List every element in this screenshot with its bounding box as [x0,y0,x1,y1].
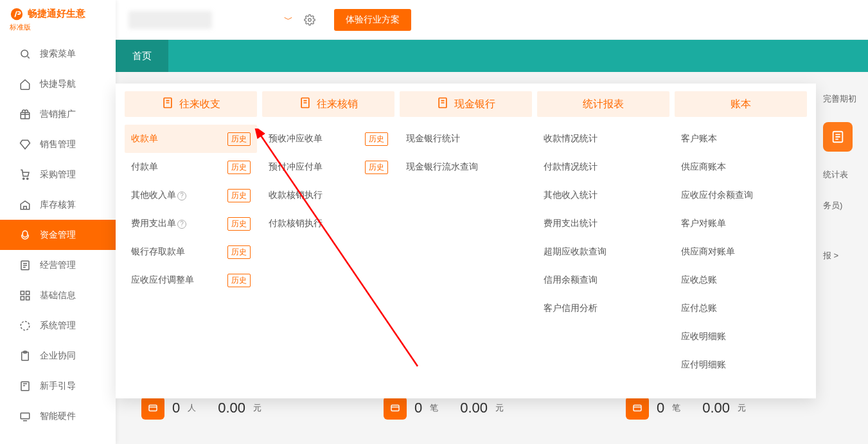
flyout-menu-item[interactable]: 客户账本 [675,125,807,153]
history-tag[interactable]: 历史 [227,132,251,146]
flyout-menu-item[interactable]: 收款情况统计 [537,125,669,153]
flyout-menu-item[interactable]: 预收冲应收单历史 [262,125,394,153]
flyout-menu-item[interactable]: 应收应付余额查询 [675,181,807,209]
flyout-menu-item[interactable]: 应收应付调整单历史 [125,266,257,294]
flyout-item-label: 费用支出统计 [544,218,598,229]
flyout-menu-item[interactable]: 其他收入统计 [537,181,669,209]
brand-logo-icon [10,7,24,21]
flyout-item-label: 其他收入统计 [544,190,598,201]
sidebar-item-sales[interactable]: 销售管理 [0,129,116,159]
doc-icon[interactable] [823,122,853,152]
stat-icon [384,396,407,420]
flyout-menu-item[interactable]: 费用支出统计 [537,209,669,238]
flyout-column: 账本客户账本供应商账本应收应付余额查询客户对账单供应商对账单应收总账应付总账应收… [672,91,810,379]
settings-button[interactable] [301,11,319,29]
tab-bar: 首页 [116,40,868,72]
sidebar-item-guide[interactable]: 新手引导 [0,371,116,401]
money-icon [19,229,31,241]
flyout-menu-item[interactable]: 现金银行流水查询 [400,153,532,181]
flyout-menu-item[interactable]: 信用余额查询 [537,266,669,294]
warehouse-icon [19,199,31,211]
flyout-column: 往来收支收款单历史付款单历史其他收入单?历史费用支出单?历史银行存取款单历史应收… [122,91,260,379]
flyout-menu-item[interactable]: 应收总账 [675,266,807,294]
sidebar-item-label: 营销推广 [40,109,76,120]
flyout-menu-item[interactable]: 应付总账 [675,294,807,323]
flyout-item-label: 收款核销执行 [269,190,323,201]
stat-count: 0 [172,400,180,416]
flyout-menu-item[interactable]: 供应商对账单 [675,238,807,266]
sidebar: 畅捷通好生意 标准版 搜索菜单快捷导航营销推广销售管理采购管理库存核算资金管理经… [0,0,116,444]
flyout-menu-item[interactable]: 供应商账本 [675,153,807,181]
peek-text: 报 > [823,240,868,271]
flyout-item-label: 付款情况统计 [544,161,598,173]
stat-icon [626,396,649,420]
cart-icon [19,169,31,181]
help-icon[interactable]: ? [177,220,186,229]
sidebar-item-quick[interactable]: 快捷导航 [0,69,116,99]
sidebar-item-basic[interactable]: 基础信息 [0,280,116,310]
sidebar-item-purchase[interactable]: 采购管理 [0,159,116,190]
svg-point-9 [21,321,30,330]
svg-rect-6 [26,291,30,294]
flyout-menu-item[interactable]: 银行存取款单历史 [125,238,257,266]
sidebar-item-hardware[interactable]: 智能硬件 [0,401,116,431]
flyout-menu-item[interactable]: 付款情况统计 [537,153,669,181]
svg-point-14 [308,18,312,21]
flyout-menu-item[interactable]: 客户信用分析 [537,294,669,323]
sidebar-item-label: 采购管理 [40,169,76,181]
flyout-menu-item[interactable]: 客户对账单 [675,209,807,238]
sidebar-item-label: 资金管理 [40,229,76,241]
tv-icon [19,411,31,422]
flyout-item-label: 应收应付余额查询 [681,190,753,201]
sidebar-item-coop[interactable]: 企业协同 [0,341,116,371]
sidebar-item-funds[interactable]: 资金管理 [0,220,116,250]
sidebar-item-inventory[interactable]: 库存核算 [0,190,116,220]
try-industry-button[interactable]: 体验行业方案 [334,9,411,31]
history-tag[interactable]: 历史 [227,245,251,259]
help-icon[interactable]: ? [177,191,186,200]
flyout-menu-item[interactable]: 费用支出单?历史 [125,209,257,238]
flyout-menu-item[interactable]: 付款核销执行 [262,209,394,238]
history-tag[interactable]: 历史 [365,132,388,146]
stat-count-unit: 笔 [430,402,438,414]
peek-text: 统计表 [823,159,868,190]
flyout-menu-item[interactable]: 应收明细账 [675,323,807,351]
history-tag[interactable]: 历史 [227,217,251,231]
sidebar-item-marketing[interactable]: 营销推广 [0,99,116,129]
flyout-item-label: 客户信用分析 [544,303,598,314]
flyout-item-label: 收款单 [131,133,158,145]
flyout-item-label: 预收冲应收单 [269,133,323,145]
flyout-menu-item[interactable]: 收款单历史 [125,125,257,153]
history-tag[interactable]: 历史 [227,189,251,202]
flyout-menu-item[interactable]: 收款核销执行 [262,181,394,209]
tab-home[interactable]: 首页 [116,40,168,72]
sidebar-item-label: 基础信息 [40,290,76,301]
search-icon [19,48,31,60]
history-tag[interactable]: 历史 [365,161,388,174]
flyout-menu-item[interactable]: 预付冲应付单历史 [262,153,394,181]
flyout-column-header: 统计报表 [537,91,669,117]
sidebar-item-label: 搜索菜单 [40,48,76,60]
home-icon [19,78,31,90]
flyout-menu-item[interactable]: 付款单历史 [125,153,257,181]
flyout-column-header: 现金银行 [400,91,532,117]
book-icon [19,380,31,392]
flyout-menu-item[interactable]: 其他收入单?历史 [125,181,257,209]
flyout-menu-item[interactable]: 现金银行统计 [400,125,532,153]
flyout-column-header: 往来收支 [125,91,257,117]
chevron-down-icon[interactable]: ﹀ [284,14,293,26]
org-name-redacted [128,11,212,29]
history-tag[interactable]: 历史 [227,274,251,287]
sidebar-item-search[interactable]: 搜索菜单 [0,39,116,69]
flyout-menu-item[interactable]: 超期应收款查询 [537,238,669,266]
flyout-item-label: 应收明细账 [681,331,726,342]
sidebar-item-operation[interactable]: 经营管理 [0,250,116,280]
sidebar-item-system[interactable]: 系统管理 [0,310,116,341]
stat-icon [141,396,164,420]
flyout-item-label: 付款核销执行 [269,218,323,229]
flyout-column-title: 统计报表 [583,98,624,111]
flyout-menu-item[interactable]: 应付明细账 [675,351,807,379]
history-tag[interactable]: 历史 [227,161,251,174]
edition-label: 标准版 [10,22,106,32]
peek-text: 务员) [823,190,868,221]
